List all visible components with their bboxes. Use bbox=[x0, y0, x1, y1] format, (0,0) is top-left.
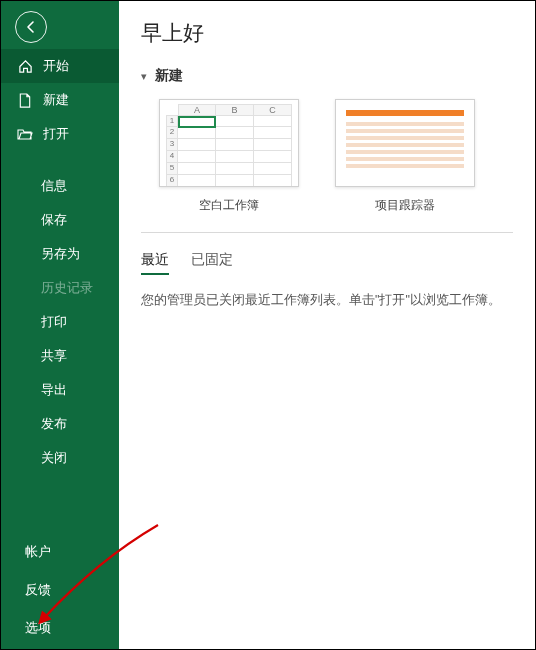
template-row: A B C 1 2 3 4 5 6 空白工作簿 bbox=[141, 99, 513, 214]
sidebar-item-label: 共享 bbox=[41, 347, 67, 365]
template-thumb bbox=[335, 99, 475, 187]
sidebar-item-share[interactable]: 共享 bbox=[1, 339, 119, 373]
sidebar-item-label: 历史记录 bbox=[41, 279, 93, 297]
back-button[interactable] bbox=[15, 11, 47, 43]
sidebar-mid-group: 信息 保存 另存为 历史记录 打印 共享 导出 发布 bbox=[1, 169, 119, 475]
file-icon bbox=[17, 93, 33, 108]
mini-rownum: 2 bbox=[166, 127, 178, 139]
template-label: 空白工作簿 bbox=[199, 197, 259, 214]
sidebar-item-label: 新建 bbox=[43, 91, 69, 109]
greeting-title: 早上好 bbox=[141, 19, 513, 47]
sidebar-item-label: 打开 bbox=[43, 125, 69, 143]
mini-rownum: 1 bbox=[166, 115, 178, 127]
sidebar-item-history: 历史记录 bbox=[1, 271, 119, 305]
sidebar-item-close[interactable]: 关闭 bbox=[1, 441, 119, 475]
sidebar-item-export[interactable]: 导出 bbox=[1, 373, 119, 407]
recent-empty-message: 您的管理员已关闭最近工作簿列表。单击"打开"以浏览工作簿。 bbox=[141, 291, 513, 310]
new-section-header[interactable]: ▾ 新建 bbox=[141, 67, 513, 85]
tab-recent[interactable]: 最近 bbox=[141, 251, 169, 275]
tab-label: 最近 bbox=[141, 251, 169, 267]
sidebar-bottom-group: 帐户 反馈 选项 bbox=[1, 533, 119, 649]
sidebar-item-label: 另存为 bbox=[41, 245, 80, 263]
home-icon bbox=[17, 59, 33, 74]
sidebar-item-label: 关闭 bbox=[41, 449, 67, 467]
template-project-tracker[interactable]: 项目跟踪器 bbox=[335, 99, 475, 214]
sidebar-item-home[interactable]: 开始 bbox=[1, 49, 119, 83]
sidebar-item-label: 反馈 bbox=[25, 581, 51, 599]
sidebar-item-label: 发布 bbox=[41, 415, 67, 433]
sidebar-item-print[interactable]: 打印 bbox=[1, 305, 119, 339]
folder-open-icon bbox=[17, 127, 33, 141]
app-window: 开始 新建 打开 信息 保存 另存为 bbox=[0, 0, 536, 650]
tab-pinned[interactable]: 已固定 bbox=[191, 251, 233, 275]
sidebar-item-save[interactable]: 保存 bbox=[1, 203, 119, 237]
sidebar-item-label: 选项 bbox=[25, 619, 51, 637]
sidebar-item-new[interactable]: 新建 bbox=[1, 83, 119, 117]
mini-rownum: 3 bbox=[166, 139, 178, 151]
sidebar-item-publish[interactable]: 发布 bbox=[1, 407, 119, 441]
sidebar-item-label: 开始 bbox=[43, 57, 69, 75]
tab-label: 已固定 bbox=[191, 251, 233, 267]
sidebar: 开始 新建 打开 信息 保存 另存为 bbox=[1, 1, 119, 649]
sidebar-item-label: 帐户 bbox=[25, 543, 51, 561]
sidebar-item-label: 信息 bbox=[41, 177, 67, 195]
sidebar-item-label: 导出 bbox=[41, 381, 67, 399]
template-label: 项目跟踪器 bbox=[375, 197, 435, 214]
sidebar-item-label: 打印 bbox=[41, 313, 67, 331]
divider bbox=[141, 232, 513, 233]
sidebar-item-account[interactable]: 帐户 bbox=[1, 533, 119, 571]
main-panel: 早上好 ▾ 新建 A B C 1 2 3 4 5 bbox=[119, 1, 535, 649]
template-thumb: A B C 1 2 3 4 5 6 bbox=[159, 99, 299, 187]
sidebar-item-options[interactable]: 选项 bbox=[1, 609, 119, 647]
sidebar-item-label: 保存 bbox=[41, 211, 67, 229]
sidebar-item-info[interactable]: 信息 bbox=[1, 169, 119, 203]
sidebar-top-group: 开始 新建 打开 bbox=[1, 49, 119, 151]
arrow-left-icon bbox=[23, 19, 39, 35]
mini-rownum: 4 bbox=[166, 151, 178, 163]
sidebar-item-open[interactable]: 打开 bbox=[1, 117, 119, 151]
sidebar-item-feedback[interactable]: 反馈 bbox=[1, 571, 119, 609]
new-section-label: 新建 bbox=[155, 67, 183, 85]
chevron-down-icon: ▾ bbox=[141, 70, 147, 83]
template-blank-workbook[interactable]: A B C 1 2 3 4 5 6 空白工作簿 bbox=[159, 99, 299, 214]
mini-rownum: 6 bbox=[166, 175, 178, 187]
recent-tabs: 最近 已固定 bbox=[141, 251, 513, 275]
mini-rownum: 5 bbox=[166, 163, 178, 175]
sidebar-item-save-as[interactable]: 另存为 bbox=[1, 237, 119, 271]
